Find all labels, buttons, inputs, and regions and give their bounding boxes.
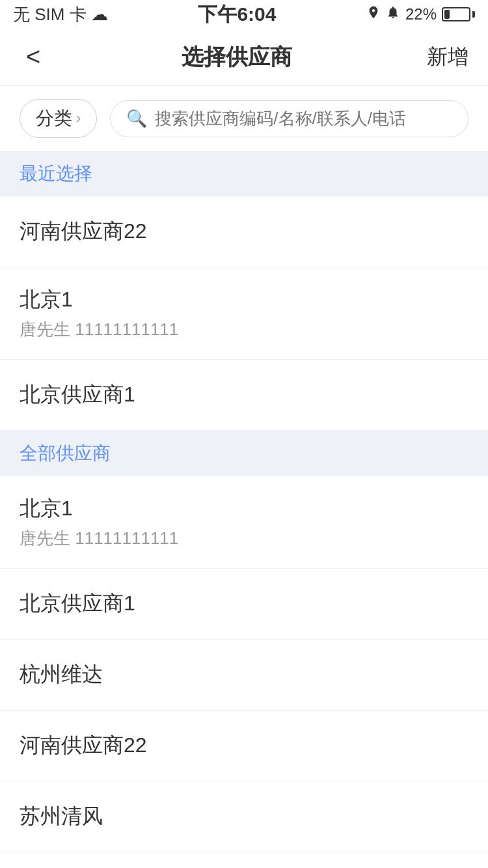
recent-section-header: 最近选择 [0, 151, 488, 197]
filter-bar: 分类 › 🔍 [0, 86, 488, 151]
nav-bar: < 选择供应商 新增 [0, 29, 488, 86]
list-item[interactable]: 北京供应商1 [0, 360, 488, 431]
page-title: 选择供应商 [182, 42, 292, 72]
item-name: 河南供应商22 [20, 731, 468, 760]
category-button[interactable]: 分类 › [20, 99, 97, 138]
back-button[interactable]: < [20, 36, 47, 77]
category-label: 分类 [36, 106, 72, 131]
battery-percent: 22% [405, 5, 437, 23]
search-icon: 🔍 [126, 109, 147, 129]
list-item[interactable]: 北京1唐先生 11111111111 [0, 476, 488, 569]
item-name: 北京1 [20, 495, 468, 523]
list-item[interactable]: 苏州清风 [0, 781, 488, 852]
item-name: 北京供应商1 [20, 381, 468, 409]
search-box[interactable]: 🔍 [110, 100, 468, 137]
sim-status: 无 SIM 卡 ☁ [13, 3, 108, 26]
item-name: 北京供应商1 [20, 590, 468, 618]
list-item[interactable]: 河南供应商22 [0, 711, 488, 781]
status-time: 下午6:04 [198, 1, 276, 28]
list-item[interactable]: 河南供应商22 [0, 197, 488, 267]
chevron-right-icon: › [76, 110, 81, 127]
battery-icon [442, 7, 475, 21]
alarm-icon [386, 5, 400, 23]
item-sub: 唐先生 11111111111 [20, 318, 468, 341]
list-item[interactable]: 北京供应商1 [0, 569, 488, 640]
status-right: 22% [366, 5, 475, 23]
status-bar: 无 SIM 卡 ☁ 下午6:04 22% [0, 0, 488, 29]
location-icon [366, 5, 381, 23]
recent-list: 河南供应商22北京1唐先生 11111111111北京供应商1 [0, 197, 488, 431]
add-button[interactable]: 新增 [427, 43, 468, 72]
all-list: 北京1唐先生 11111111111北京供应商1杭州维达河南供应商22苏州清风 [0, 476, 488, 852]
list-item[interactable]: 北京1唐先生 11111111111 [0, 267, 488, 360]
search-input[interactable] [155, 109, 452, 129]
item-name: 河南供应商22 [20, 217, 468, 246]
all-section-header: 全部供应商 [0, 431, 488, 476]
item-name: 苏州清风 [20, 802, 468, 831]
item-name: 杭州维达 [20, 660, 468, 689]
list-item[interactable]: 杭州维达 [0, 640, 488, 711]
status-left: 无 SIM 卡 ☁ [13, 3, 108, 26]
item-name: 北京1 [20, 286, 468, 314]
item-sub: 唐先生 11111111111 [20, 527, 468, 550]
